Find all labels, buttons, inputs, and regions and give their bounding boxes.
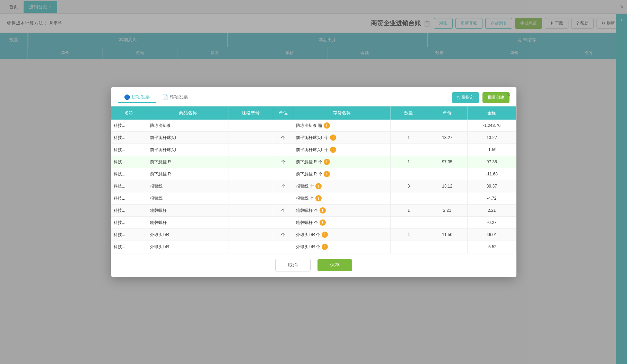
cell-unit-price: 11.50 [427,229,468,241]
cell-quantity [390,192,427,205]
table-row[interactable]: 科技... 防冻冷却液 防冻冷却液 瓶! -1,243.76 [111,120,516,132]
cell-spec [228,217,273,229]
table-row[interactable]: 科技... 外球头L/R 外球头L/R 个! -5.52 [111,241,516,253]
warning-icon: ! [322,244,328,250]
cell-product: 报警线 [147,192,228,205]
col-name: 名称 [111,106,147,120]
cell-unit: 个 [273,180,293,192]
table-row[interactable]: 科技... 前平衡杆球头L 前平衡杆球头L 个! -1.59 [111,144,516,156]
cell-inventory: 防冻冷却液 瓶! [293,120,391,132]
col-quantity: 数量 [390,106,427,120]
modal-table-container[interactable]: 名称 商品名称 规格型号 单位 存货名称 数量 单价 金额 科技... 防冻冷却… [111,106,516,253]
save-button[interactable]: 保存 [317,259,352,271]
table-row[interactable]: 科技... 报警线 报警线 个! -4.72 [111,192,516,205]
cell-name: 科技... [111,120,147,132]
modal-close-icon[interactable]: × [507,91,511,98]
cell-name: 科技... [111,241,147,253]
warning-icon: ! [320,207,326,214]
cell-quantity: 1 [390,205,427,217]
cell-inventory: 轮毂螺杆 个! [293,205,391,217]
cell-quantity: 3 [390,180,427,192]
cell-unit: 个 [273,205,293,217]
cell-spec [228,241,273,253]
table-row[interactable]: 科技... 外球头L/R 个 外球头L/R 个! 4 11.50 46.01 [111,229,516,241]
cell-amount: -5.52 [468,241,516,253]
cell-amount: 2.21 [468,205,516,217]
cell-name: 科技... [111,132,147,144]
cell-spec [228,192,273,205]
cell-amount: 97.35 [468,156,516,168]
warning-icon: ! [330,147,336,153]
table-row[interactable]: 科技... 前平衡杆球头L 个 前平衡杆球头L 个! 1 13.27 13.27 [111,132,516,144]
col-inventory-name: 存货名称 [293,106,391,120]
cell-inventory: 外球头L/R 个! [293,229,391,241]
modal-overlay: 🔵 进项发票 📄 销项发票 批量指定 批量创建 × 名称 商品 [0,0,627,364]
warning-icon: ! [315,183,322,189]
cell-inventory: 报警线 个! [293,180,391,192]
cell-spec [228,120,273,132]
cell-unit-price [427,217,468,229]
cell-unit-price [427,192,468,205]
table-row[interactable]: 科技... 报警线 个 报警线 个! 3 13.12 39.37 [111,180,516,192]
table-row[interactable]: 科技... 轮毂螺杆 轮毂螺杆 个! -0.27 [111,217,516,229]
cell-unit-price [427,120,468,132]
table-row[interactable]: 科技... 前下悬挂 R 个 前下悬挂 R 个! 1 97.35 97.35 [111,156,516,168]
cell-product: 前平衡杆球头L [147,144,228,156]
modal-dialog: 🔵 进项发票 📄 销项发票 批量指定 批量创建 × 名称 商品 [111,87,516,277]
modal-header: 🔵 进项发票 📄 销项发票 批量指定 批量创建 × [111,87,516,106]
warning-icon: ! [320,219,326,226]
cell-quantity: 1 [390,132,427,144]
cell-spec [228,144,273,156]
cell-spec [228,132,273,144]
tab-output-invoice[interactable]: 📄 销项发票 [156,92,194,103]
tab-input-invoice[interactable]: 🔵 进项发票 [118,92,156,103]
cell-unit [273,192,293,205]
warning-icon: ! [322,232,328,238]
cell-name: 科技... [111,144,147,156]
cancel-button[interactable]: 取消 [275,259,311,271]
cell-spec [228,156,273,168]
modal-footer: 取消 保存 [111,253,516,277]
output-invoice-icon: 📄 [162,94,168,100]
warning-icon: ! [324,122,330,129]
batch-create-button[interactable]: 批量创建 [482,92,510,103]
cell-spec [228,180,273,192]
cell-unit-price: 13.27 [427,132,468,144]
cell-unit-price: 2.21 [427,205,468,217]
cell-quantity [390,217,427,229]
cell-name: 科技... [111,168,147,180]
table-row[interactable]: 科技... 轮毂螺杆 个 轮毂螺杆 个! 1 2.21 2.21 [111,205,516,217]
cell-unit [273,217,293,229]
cell-unit-price [427,241,468,253]
col-unit: 单位 [273,106,293,120]
cell-name: 科技... [111,229,147,241]
cell-product: 报警线 [147,180,228,192]
cell-name: 科技... [111,217,147,229]
invoice-table: 名称 商品名称 规格型号 单位 存货名称 数量 单价 金额 科技... 防冻冷却… [111,106,516,253]
cell-spec [228,229,273,241]
col-spec: 规格型号 [228,106,273,120]
cell-product: 外球头L/R [147,241,228,253]
cell-amount: -0.27 [468,217,516,229]
cell-inventory: 报警线 个! [293,192,391,205]
cell-product: 轮毂螺杆 [147,217,228,229]
cell-unit [273,241,293,253]
cell-amount: -11.68 [468,168,516,180]
warning-icon: ! [330,135,336,141]
cell-name: 科技... [111,156,147,168]
warning-icon: ! [315,195,322,201]
cell-unit-price [427,144,468,156]
cell-quantity: 4 [390,229,427,241]
table-row[interactable]: 科技... 前下悬挂 R 前下悬挂 R 个! -11.68 [111,168,516,180]
warning-icon: ! [324,159,330,165]
cell-quantity [390,168,427,180]
cell-unit-price: 13.12 [427,180,468,192]
cell-unit: 个 [273,132,293,144]
cell-unit [273,168,293,180]
cell-amount: 13.27 [468,132,516,144]
cell-product: 轮毂螺杆 [147,205,228,217]
modal-header-actions: 批量指定 批量创建 [452,92,510,103]
col-amount: 金额 [468,106,516,120]
batch-assign-button[interactable]: 批量指定 [452,92,479,103]
cell-inventory: 外球头L/R 个! [293,241,391,253]
